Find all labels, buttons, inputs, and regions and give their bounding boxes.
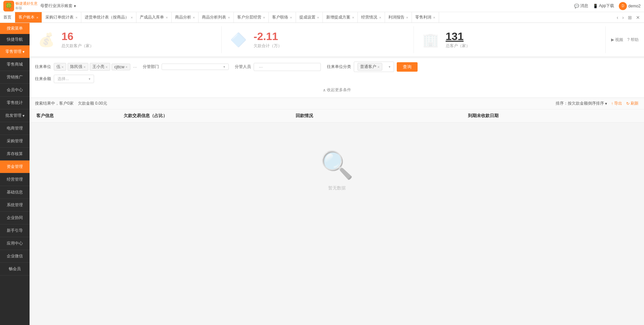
company-unit-tag-3: cjttcw × (112, 64, 130, 70)
manager-select[interactable]: ··· (254, 63, 321, 71)
sidebar-item-wechat[interactable]: 企业微信 (0, 250, 30, 263)
tab-item-2[interactable]: 采购订单统计表× (42, 12, 81, 23)
tab-close-button-6[interactable]: × (228, 15, 230, 20)
help-link[interactable]: ? 帮助 (627, 37, 639, 43)
empty-text: 暂无数据 (328, 185, 346, 191)
tab-item-13[interactable]: 零售利润× (412, 12, 439, 23)
top-bar-left: 🍀 畅捷通好生意 标版 母婴行业演示账套 ▾ (3, 1, 76, 11)
sidebar-item-member[interactable]: 会员中心 (0, 84, 30, 97)
tab-item-6[interactable]: 商品分析列表× (199, 12, 233, 23)
tab-item-11[interactable]: 经营情况× (358, 12, 385, 23)
sidebar-item-vip[interactable]: 畅会员 (0, 263, 30, 276)
tab-item-1[interactable]: 客户账本× (15, 12, 42, 23)
tab-close-button-12[interactable]: × (406, 15, 408, 20)
balance-label: 往来余额 (35, 76, 51, 82)
division-select[interactable]: ▾ (162, 64, 229, 70)
unit-class-tag-close[interactable]: × (377, 65, 379, 69)
sidebar-item-retail-stats[interactable]: 零售统计 (0, 97, 30, 109)
tab-close-button-5[interactable]: × (193, 15, 195, 20)
company-unit-tags: 伍 ×陈民强 ×王小亮 ×cjttcw × (54, 63, 130, 71)
app-download-link[interactable]: 📱 App下载 (593, 3, 614, 9)
tab-item-12[interactable]: 利润报告× (385, 12, 412, 23)
tag-close-1[interactable]: × (83, 65, 85, 69)
debt-amount-text: 欠款金额 0.00元 (78, 101, 107, 106)
tab-close-button-4[interactable]: × (166, 15, 168, 20)
tab-item-4[interactable]: 产成品入库单× (136, 12, 171, 23)
tab-close-button-11[interactable]: × (379, 15, 381, 20)
tab-close-button-9[interactable]: × (317, 15, 319, 20)
sidebar-item-newbie[interactable]: 新手引导 (0, 224, 30, 237)
sidebar-item-apps[interactable]: 应用中心 (0, 237, 30, 250)
sidebar-item-retail[interactable]: 零售管理▾ (0, 45, 30, 58)
sidebar-item-system[interactable]: 系统管理 (0, 199, 30, 212)
tab-item-10[interactable]: 新增提成方案× (323, 12, 358, 23)
company-selector[interactable]: 母婴行业演示账套 ▾ (40, 3, 76, 9)
sort-label: 排序：按欠款金额倒序排序 (556, 101, 604, 106)
sidebar-item-marketing[interactable]: 营销推广 (0, 71, 30, 84)
debt-amount-label: 欠款合计（万） (254, 43, 282, 49)
stat-card-total-customers: 🏢 131 总客户（家） (414, 26, 606, 53)
tab-prev-button[interactable]: ‹ (615, 14, 620, 21)
debt-amount-number: -2.11 (254, 31, 282, 42)
collapse-button[interactable]: ∧ 收起更多条件 (321, 86, 352, 94)
message-icon: 💬 (574, 4, 579, 8)
tab-item-7[interactable]: 客户分层经营× (234, 12, 269, 23)
sidebar-item-operations[interactable]: 经营管理 (0, 173, 30, 186)
sidebar-item-ecommerce[interactable]: 电商管理 (0, 122, 30, 135)
company-unit-tag-1: 陈民强 × (68, 63, 88, 71)
balance-select[interactable]: 选择... ▾ (54, 75, 94, 83)
tab-close-all-button[interactable]: ✕ (635, 14, 641, 21)
tab-close-button-7[interactable]: × (263, 15, 265, 20)
chevron-down-icon: ▾ (389, 65, 390, 69)
empty-state: 🔍 暂无数据 (30, 122, 644, 218)
sidebar-item-enterprise[interactable]: 企业协同 (0, 212, 30, 224)
company-unit-label: 往来单位 (35, 64, 51, 70)
unit-class-select[interactable]: 普通客户 × ▾ (354, 62, 394, 72)
query-button[interactable]: 查询 (397, 62, 418, 72)
tab-close-button-2[interactable]: × (75, 15, 77, 20)
tab-close-button-10[interactable]: × (352, 15, 354, 20)
tag-close-3[interactable]: × (125, 65, 127, 69)
sidebar-item-purchase[interactable]: 采购管理 (0, 135, 30, 148)
tab-item-0[interactable]: 首页 (0, 12, 15, 23)
result-bar: 搜索结果中，客户0家 欠款金额 0.00元 排序：按欠款金额倒序排序 ▾ ↑ 导… (30, 98, 644, 109)
tab-expand-button[interactable]: ⊞ (627, 14, 633, 21)
tab-close-button-13[interactable]: × (433, 15, 435, 20)
top-bar-right: 💬 消息 📱 App下载 D demo2 (574, 2, 641, 10)
refresh-icon: ↻ (626, 101, 630, 106)
more-tags-button[interactable]: ··· (133, 64, 137, 70)
sidebar-item-retail-mall[interactable]: 零售商城 (0, 58, 30, 71)
tab-item-5[interactable]: 商品分析× (172, 12, 199, 23)
sidebar-item-finance[interactable]: 资金管理 (0, 160, 30, 173)
sidebar-item-wholesale[interactable]: 批发管理▾ (0, 109, 30, 122)
manager-label: 分管人员 (235, 64, 251, 70)
tab-close-button-3[interactable]: × (131, 15, 133, 20)
refresh-button[interactable]: ↻ 刷新 (626, 101, 639, 106)
video-link[interactable]: ▶ 视频 (611, 37, 623, 43)
user-menu[interactable]: D demo2 (619, 2, 641, 10)
export-button[interactable]: ↑ 导出 (611, 101, 622, 106)
tab-bar: 首页客户账本×采购订单统计表×进货单统计表（按商品）×产成品入库单×商品分析×商… (0, 12, 644, 23)
tab-close-button-8[interactable]: × (290, 15, 292, 20)
tab-next-button[interactable]: › (621, 14, 625, 21)
table-col-debt: 欠款交易信息（占比） (122, 113, 294, 119)
sidebar-item-basics[interactable]: 基础信息 (0, 186, 30, 199)
tag-close-0[interactable]: × (61, 65, 63, 69)
content-area: 💰 16 总欠款客户（家） 🔷 -2.11 欠款合计（万） 🏢 131 总客户（… (30, 23, 644, 325)
tab-close-button-1[interactable]: × (36, 15, 38, 20)
chevron-up-icon: ∧ (323, 88, 326, 93)
total-customers-label: 总客户（家） (446, 43, 470, 49)
sort-select[interactable]: 排序：按欠款金额倒序排序 ▾ (556, 101, 607, 106)
message-link[interactable]: 💬 消息 (574, 3, 588, 9)
tab-item-8[interactable]: 客户联络× (269, 12, 296, 23)
sidebar-item-search[interactable]: 搜索菜单 (0, 23, 30, 34)
tab-item-3[interactable]: 进货单统计表（按商品）× (81, 12, 136, 23)
sidebar-item-quick[interactable]: 快捷导航 (0, 34, 30, 45)
tab-item-9[interactable]: 提成设置× (296, 12, 323, 23)
stats-row: 💰 16 总欠款客户（家） 🔷 -2.11 欠款合计（万） 🏢 131 总客户（… (30, 23, 644, 57)
sidebar-item-inventory[interactable]: 库存核算 (0, 148, 30, 160)
manager-more-icon: ··· (259, 64, 263, 70)
tag-close-2[interactable]: × (105, 65, 108, 69)
help-icon: ? (627, 37, 630, 42)
filter-area: 往来单位 伍 ×陈民强 ×王小亮 ×cjttcw × ··· 分管部门 ▾ 分管… (30, 58, 644, 98)
